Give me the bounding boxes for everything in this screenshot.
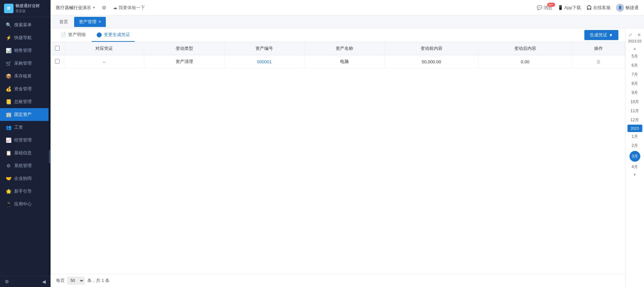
sidebar-item-search[interactable]: 🔍 搜索菜单 xyxy=(0,19,49,31)
basic-info-icon: 📋 xyxy=(5,150,11,156)
month-item[interactable]: 6月 xyxy=(627,61,642,70)
tab-home[interactable]: 首页 xyxy=(55,17,73,27)
sidebar-item-payroll[interactable]: 👥 工资 xyxy=(0,121,49,134)
month-item[interactable]: 7月 xyxy=(627,70,642,79)
sidebar-item-label: 快捷导航 xyxy=(14,35,32,41)
sales-icon: 📊 xyxy=(5,48,11,53)
panel-expand-icon[interactable]: ⤢ xyxy=(626,31,634,38)
month-item-apr[interactable]: 4月 xyxy=(627,162,642,171)
sidebar-item-guide[interactable]: 🌟 新手引导 xyxy=(0,185,49,198)
select-all-checkbox[interactable] xyxy=(55,46,60,51)
sidebar-item-collaboration[interactable]: 🤝 企业协同 xyxy=(0,172,49,185)
sidebar-item-app-center[interactable]: 📱 应用中心 xyxy=(0,198,49,211)
scroll-down-arrow[interactable]: ▼ xyxy=(632,171,638,178)
company-name: 医疗器械行业演示 xyxy=(56,5,91,11)
sidebar-scrollbar-thumb[interactable] xyxy=(49,150,50,163)
row-asset-code: 000001 xyxy=(224,55,305,68)
system-icon: ⚙ xyxy=(5,163,11,168)
funds-icon: 💰 xyxy=(5,86,11,92)
customer-service-item[interactable]: 🎧 在线客服 xyxy=(586,5,611,11)
month-item[interactable]: 10月 xyxy=(627,97,642,106)
experience-label: 我要体验一下 xyxy=(119,5,145,11)
sub-tab-change-voucher[interactable]: 🔵 变更生成凭证 xyxy=(92,28,135,42)
table-header-change-type: 变动类型 xyxy=(144,42,224,55)
month-item[interactable]: 11月 xyxy=(627,106,642,116)
company-chevron-icon: ▼ xyxy=(92,6,96,9)
tab-close-icon[interactable]: ✕ xyxy=(98,20,101,24)
sidebar-item-label: 库存核算 xyxy=(14,73,32,79)
operations-icon: 📈 xyxy=(5,137,11,143)
ledger-icon: 📒 xyxy=(5,99,11,104)
generate-voucher-label: 生成凭证 xyxy=(590,32,607,38)
sidebar-collapse-icon[interactable]: ◀ xyxy=(42,279,46,284)
sidebar-item-operations[interactable]: 📈 经营管理 xyxy=(0,134,49,147)
messages-icon: 💬 xyxy=(537,5,542,10)
month-item-feb[interactable]: 2月 xyxy=(627,141,642,150)
right-panel-header: ⤢ ✕ xyxy=(625,30,644,38)
month-item-mar[interactable]: 3月 xyxy=(630,151,640,162)
sidebar-item-label: 系统管理 xyxy=(14,163,32,169)
year-2023-label[interactable]: 2023 xyxy=(627,125,642,132)
sidebar-nav: 🔍 搜索菜单 ⚡ 快捷导航 📊 销售管理 🛒 采购管理 📦 库存核算 💰 xyxy=(0,17,49,276)
search-icon: 🔍 xyxy=(5,22,11,28)
sidebar-logo: 财 畅捷通好业财 普及版 xyxy=(0,0,51,17)
footer-settings-icon[interactable]: ⚙ xyxy=(5,279,9,284)
sub-tabs: 📄 资产明细 🔵 变更生成凭证 生成凭证 ▼ xyxy=(51,28,625,42)
row-change-type: 资产清理 xyxy=(144,55,224,68)
sidebar-item-sales[interactable]: 📊 销售管理 xyxy=(0,44,49,57)
month-item[interactable]: 9月 xyxy=(627,88,642,97)
top-header: 医疗器械行业演示 ▼ ⚙ ☁ 我要体验一下 💬 消息 99+ 📱 App下载 🎧… xyxy=(51,0,644,15)
app-center-icon: 📱 xyxy=(5,201,11,207)
page-content: 📄 资产明细 🔵 变更生成凭证 生成凭证 ▼ xyxy=(51,28,625,287)
row-checkbox[interactable] xyxy=(55,59,60,64)
sidebar-item-label: 总账管理 xyxy=(14,99,32,105)
header-settings-icon[interactable]: ⚙ xyxy=(102,5,106,11)
app-download-item[interactable]: 📱 App下载 xyxy=(558,5,581,11)
sidebar-item-funds[interactable]: 💰 资金管理 xyxy=(0,83,49,95)
row-before-change: 50,000.00 xyxy=(385,55,478,68)
sidebar-item-ledger[interactable]: 📒 总账管理 xyxy=(0,95,49,108)
sidebar-item-purchase[interactable]: 🛒 采购管理 xyxy=(0,57,49,70)
sidebar-item-quick-nav[interactable]: ⚡ 快捷导航 xyxy=(0,31,49,44)
sidebar-item-label: 资金管理 xyxy=(14,86,32,92)
right-panel: ⤢ ✕ 2023.03 ▲ 5月 6月 7月 8月 9月 10月 11月 12月… xyxy=(625,28,644,287)
per-page-label: 每页 xyxy=(56,278,65,284)
sidebar-footer: ⚙ ◀ xyxy=(0,276,51,287)
sidebar-item-inventory[interactable]: 📦 库存核算 xyxy=(0,70,49,83)
user-item[interactable]: 👤 畅捷通 xyxy=(616,4,639,12)
generate-voucher-button[interactable]: 生成凭证 ▼ xyxy=(584,30,618,40)
messages-item[interactable]: 💬 消息 99+ xyxy=(537,5,552,11)
per-page-select[interactable]: 50 10 20 100 xyxy=(67,277,85,284)
row-asset-name: 电脑 xyxy=(304,55,385,68)
sidebar-item-fixed-assets[interactable]: 🏢 固定资产 xyxy=(0,108,49,121)
panel-close-icon[interactable]: ✕ xyxy=(635,31,643,38)
user-name: 畅捷通 xyxy=(625,5,639,11)
tab-asset-management[interactable]: 资产管理 ✕ xyxy=(74,17,106,27)
avatar: 👤 xyxy=(616,4,624,12)
table-header-asset-code: 资产编号 xyxy=(224,42,305,55)
table-container: 对应凭证 变动类型 资产编号 资产名称 xyxy=(51,42,625,274)
app-download-label: App下载 xyxy=(564,5,581,11)
scroll-up-arrow[interactable]: ▲ xyxy=(632,45,638,52)
year-month-list: ▲ 5月 6月 7月 8月 9月 10月 11月 12月 2023 1月 2月 … xyxy=(625,45,644,287)
messages-badge: 99+ xyxy=(547,3,555,7)
app-download-icon: 📱 xyxy=(558,5,563,10)
sidebar-item-system[interactable]: ⚙ 系统管理 xyxy=(0,159,49,172)
app-name: 畅捷通好业财 xyxy=(16,3,40,9)
sidebar-item-label: 基础信息 xyxy=(14,150,32,156)
row-delete-icon[interactable]: 🗑 xyxy=(596,59,601,64)
sub-tab-asset-detail[interactable]: 📄 资产明细 xyxy=(56,28,90,42)
month-item[interactable]: 12月 xyxy=(627,116,642,125)
row-checkbox-cell xyxy=(51,55,64,68)
company-selector[interactable]: 医疗器械行业演示 ▼ xyxy=(56,5,96,11)
month-item[interactable]: 8月 xyxy=(627,79,642,88)
sidebar-item-label: 应用中心 xyxy=(14,201,32,207)
sidebar: 财 畅捷通好业财 普及版 🔍 搜索菜单 ⚡ 快捷导航 📊 销售管理 🛒 采购管理 xyxy=(0,0,51,287)
month-item-jan[interactable]: 1月 xyxy=(627,132,642,141)
experience-button[interactable]: ☁ 我要体验一下 xyxy=(113,5,145,11)
month-item[interactable]: 5月 xyxy=(627,52,642,61)
experience-icon: ☁ xyxy=(113,5,117,10)
sidebar-item-label: 工资 xyxy=(14,124,23,130)
table-header-voucher: 对应凭证 xyxy=(64,42,144,55)
sidebar-item-basic-info[interactable]: 📋 基础信息 xyxy=(0,147,49,159)
